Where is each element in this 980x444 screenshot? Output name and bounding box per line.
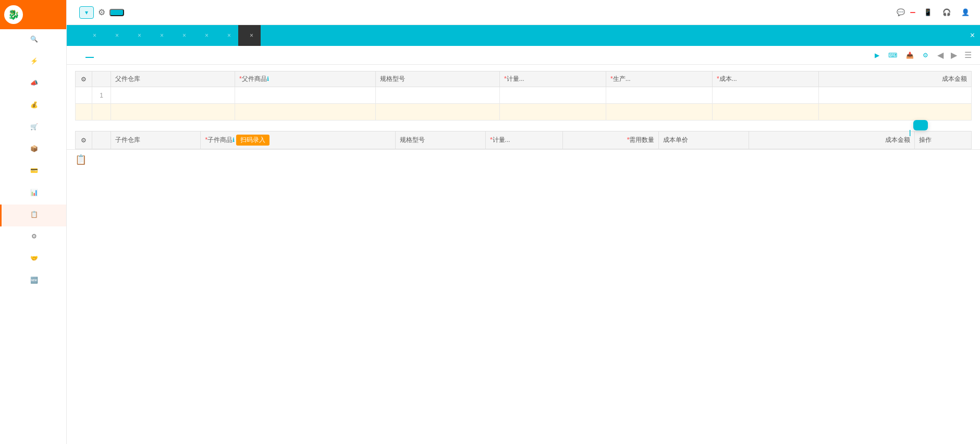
parent-row1-settings bbox=[76, 87, 92, 104]
tab-operation[interactable]: × bbox=[104, 25, 126, 46]
tab-goods[interactable]: × bbox=[171, 25, 193, 46]
sub-nav-bom-list[interactable] bbox=[75, 53, 83, 57]
parent-col-produce: *生产... bbox=[606, 71, 712, 87]
parent-row1-amount[interactable] bbox=[818, 87, 971, 104]
tab-bom[interactable]: × bbox=[238, 25, 261, 46]
lightning-icon: ⚡ bbox=[30, 57, 38, 65]
keyboard-icon: ⌨ bbox=[888, 52, 897, 59]
parent-row1-num: 1 bbox=[92, 87, 111, 104]
child-col-spec: 规格型号 bbox=[396, 131, 485, 149]
toolbar-single-settings-btn[interactable]: ⚙ bbox=[923, 52, 930, 59]
user-icon: 👤 bbox=[961, 8, 970, 16]
parent-row1-produce[interactable] bbox=[606, 87, 712, 104]
settings-icon: ⚙ bbox=[923, 52, 928, 59]
nav-list-btn[interactable]: ☰ bbox=[964, 50, 972, 60]
child-col-goods: *子件商品ℹ 扫码录入 bbox=[201, 131, 396, 149]
sidebar-item-finance[interactable]: 💳 bbox=[0, 161, 66, 183]
money-icon: 💰 bbox=[30, 101, 38, 109]
parent-col-warehouse: 父件仓库 bbox=[111, 71, 235, 87]
sidebar-item-purchase[interactable]: 🛒 bbox=[0, 117, 66, 139]
clipboard-icon: 📋 bbox=[30, 211, 38, 218]
sidebar-item-quick-nav[interactable]: ⚡ bbox=[0, 51, 66, 73]
parent-subtotal-label bbox=[111, 104, 235, 121]
system-dropdown-btn[interactable]: ▾ bbox=[79, 6, 94, 19]
tab-goods-close[interactable]: × bbox=[182, 32, 186, 39]
app-logo[interactable]: 🐉 bbox=[0, 0, 66, 29]
parent-row1-goods[interactable] bbox=[235, 87, 376, 104]
app-download-btn[interactable]: 📱 bbox=[924, 8, 934, 16]
child-col-warehouse: 子件仓库 bbox=[111, 131, 201, 149]
child-col-unit-cost: 成本单价 bbox=[659, 131, 749, 149]
video-icon: ▶ bbox=[875, 52, 879, 59]
parent-col-settings[interactable]: ⚙ bbox=[76, 71, 92, 87]
sidebar-item-system[interactable]: ⚙ bbox=[0, 226, 66, 248]
child-col-unit: *计量... bbox=[485, 131, 562, 149]
sidebar-item-guide[interactable]: 🆕 bbox=[0, 270, 66, 292]
parent-row1-warehouse[interactable] bbox=[111, 87, 235, 104]
extract-icon: 📥 bbox=[906, 52, 914, 59]
tab-history[interactable]: × bbox=[149, 25, 171, 46]
sidebar-item-search[interactable]: 🔍 bbox=[0, 29, 66, 51]
tab-barcode[interactable]: × bbox=[216, 25, 238, 46]
tab-operation-close[interactable]: × bbox=[115, 32, 119, 39]
headset-icon: 🎧 bbox=[942, 8, 951, 16]
settings-gear-icon[interactable]: ⚙ bbox=[98, 7, 105, 17]
tab-profit-close[interactable]: × bbox=[138, 32, 141, 39]
child-col-action: 操作 bbox=[915, 131, 972, 149]
parent-col-amount: 成本金额 bbox=[818, 71, 971, 87]
gear-icon: ⚙ bbox=[31, 233, 37, 240]
nav-prev-btn[interactable]: ◀ bbox=[937, 50, 944, 60]
message-btn[interactable]: 💬 bbox=[897, 8, 915, 16]
sidebar-item-inventory[interactable]: 📦 bbox=[0, 139, 66, 161]
toolbar-shortcut-btn[interactable]: ⌨ bbox=[888, 52, 899, 59]
message-icon: 💬 bbox=[897, 8, 905, 16]
main-area: ▾ ⚙ 💬 📱 🎧 👤 bbox=[67, 0, 980, 444]
megaphone-icon: 📣 bbox=[30, 79, 38, 87]
user-btn[interactable]: 👤 bbox=[961, 8, 972, 16]
tab-new-goods[interactable]: × bbox=[193, 25, 216, 46]
child-col-settings[interactable]: ⚙ bbox=[76, 131, 92, 149]
bottom-section: 📋 bbox=[67, 149, 980, 170]
table-row: 1 bbox=[76, 87, 972, 104]
tab-home[interactable] bbox=[67, 25, 81, 46]
handshake-icon: 🤝 bbox=[30, 255, 38, 262]
content-area: ▶ ⌨ 📥 ⚙ ◀ ▶ ☰ bbox=[67, 46, 980, 444]
parent-col-cost: *成本... bbox=[712, 71, 818, 87]
cost-tooltip bbox=[913, 120, 928, 130]
parent-table-wrap: ⚙ 父件仓库 *父件商品ℹ 规格型号 *计量... *生产... *成本... … bbox=[67, 71, 980, 121]
sidebar: 🐉 🔍 ⚡ 📣 💰 🛒 📦 💳 📊 📋 ⚙ bbox=[0, 0, 67, 444]
sidebar-item-marketing[interactable]: 📣 bbox=[0, 73, 66, 95]
search-icon: 🔍 bbox=[30, 35, 38, 43]
card-icon: 💳 bbox=[30, 167, 38, 174]
sub-nav-bom-detail[interactable] bbox=[85, 53, 94, 58]
parent-row1-cost[interactable] bbox=[712, 87, 818, 104]
scan-input-btn[interactable]: 扫码录入 bbox=[236, 135, 270, 146]
sidebar-item-collab[interactable]: 🤝 bbox=[0, 248, 66, 270]
tab-profit[interactable]: × bbox=[126, 25, 149, 46]
nav-close-all-btn[interactable]: × bbox=[965, 31, 980, 40]
parent-row1-spec[interactable] bbox=[375, 87, 499, 104]
top-bar: ▾ ⚙ 💬 📱 🎧 👤 bbox=[67, 0, 980, 25]
tab-barcode-close[interactable]: × bbox=[227, 32, 231, 39]
sub-nav: ▶ ⌨ 📥 ⚙ ◀ ▶ ☰ bbox=[67, 46, 980, 65]
online-service-btn[interactable]: 🎧 bbox=[942, 8, 953, 16]
child-section-title bbox=[67, 125, 980, 131]
note-icon: 📋 bbox=[75, 154, 87, 165]
toolbar-video-btn[interactable]: ▶ bbox=[875, 52, 881, 59]
parent-row1-unit[interactable] bbox=[500, 87, 606, 104]
trial-btn[interactable] bbox=[109, 9, 124, 16]
tab-customer[interactable]: × bbox=[81, 25, 104, 46]
parent-subtotal-row bbox=[76, 104, 972, 121]
sidebar-item-sales[interactable]: 💰 bbox=[0, 95, 66, 117]
child-col-amount: 成本金额 bbox=[749, 131, 914, 149]
sidebar-item-basic-info[interactable]: 📋 bbox=[0, 205, 66, 226]
tab-bom-close[interactable]: × bbox=[250, 32, 253, 39]
child-col-qty: *需用数量 bbox=[562, 131, 659, 149]
sidebar-item-operation[interactable]: 📊 bbox=[0, 183, 66, 205]
nav-next-btn[interactable]: ▶ bbox=[951, 50, 957, 60]
tab-customer-close[interactable]: × bbox=[93, 32, 96, 39]
toolbar-extract-cost-btn[interactable]: 📥 bbox=[906, 52, 915, 59]
tab-new-goods-close[interactable]: × bbox=[205, 32, 209, 39]
tab-history-close[interactable]: × bbox=[160, 32, 164, 39]
parent-col-unit: *计量... bbox=[500, 71, 606, 87]
